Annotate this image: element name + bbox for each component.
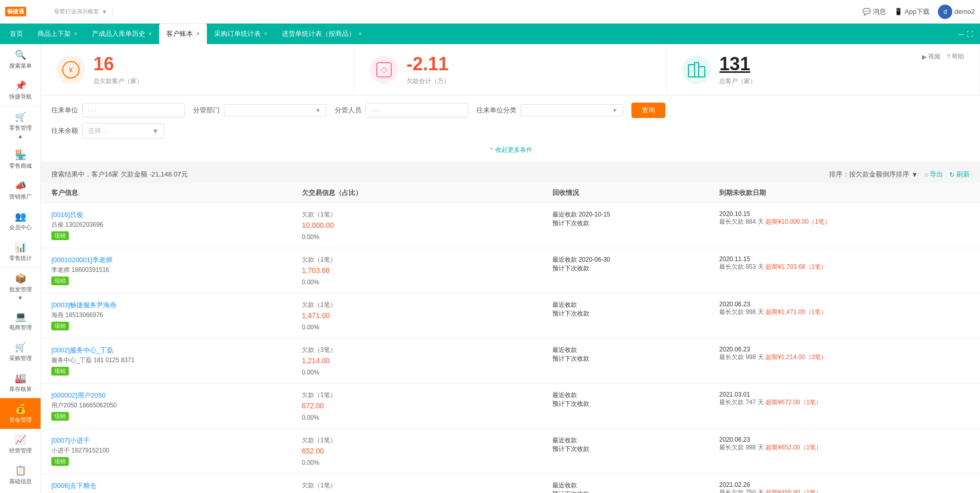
table-row: [0016]吕俊 吕俊 13026203696 现销 欠款（1笔） 10,000… bbox=[41, 203, 980, 248]
member-icon: 👥 bbox=[15, 211, 26, 222]
next-collect: 预计下次收款 bbox=[552, 264, 719, 273]
sidebar-item-system[interactable]: ⚙️ 系统管理 bbox=[0, 490, 41, 493]
debt-label: 欠款（1笔） bbox=[302, 255, 552, 264]
customer-name[interactable]: [0016]吕俊 bbox=[51, 210, 302, 220]
video-help-btn[interactable]: ▶ 视频 bbox=[922, 52, 940, 61]
user-avatar[interactable]: d demo2 bbox=[938, 5, 975, 19]
purchase-icon: 🛒 bbox=[15, 342, 26, 353]
debt-amount[interactable]: 652.00 bbox=[302, 447, 552, 455]
debt-amount[interactable]: 1,703.68 bbox=[302, 266, 552, 274]
customer-name[interactable]: [0006]去下粮仓 bbox=[51, 481, 302, 490]
sidebar-item-quick-nav[interactable]: 📌 快捷导航 bbox=[0, 75, 41, 106]
customer-name[interactable]: [0003]畅捷服务尹海燕 bbox=[51, 301, 302, 310]
retail-manage-icon: 🛒 bbox=[15, 111, 26, 123]
download-icon: 📱 bbox=[894, 8, 902, 15]
sidebar-item-basic-info[interactable]: 📋 基础信息 bbox=[0, 460, 41, 490]
minimize-icon[interactable]: ─ bbox=[959, 30, 964, 38]
table-row: [0002]服务中心_丁磊 服务中心_丁磊 181 0125 8371 现销 欠… bbox=[41, 339, 980, 384]
total-customers-label: 总客户（家） bbox=[719, 77, 756, 86]
guide-help-btn[interactable]: ? 帮助 bbox=[947, 52, 964, 61]
table-row: [0003]畅捷服务尹海燕 海燕 18513066976 现销 欠款（1笔） 1… bbox=[41, 293, 980, 339]
sort-select[interactable]: 排序：按欠款金额倒序排序 ▼ bbox=[829, 170, 918, 179]
customer-tag: 现销 bbox=[51, 457, 69, 466]
close-tab-product-offline[interactable]: × bbox=[74, 30, 78, 37]
last-collect: 最近收款 bbox=[552, 481, 719, 490]
sidebar-item-member[interactable]: 👥 会员中心 bbox=[0, 206, 41, 236]
next-collect: 预计下次收款 bbox=[552, 309, 719, 318]
refresh-icon: ↻ bbox=[949, 171, 955, 179]
overdue-days: 最长欠款 998 天 超期¥652.00（1笔） bbox=[719, 443, 970, 452]
customer-name[interactable]: [0002]服务中心_丁磊 bbox=[51, 346, 302, 355]
message-button[interactable]: 💬 消息 bbox=[862, 7, 886, 16]
sidebar-section-retail: 🛒 零售管理 ▲ 🏪 零售商城 📣 营销推广 👥 会员中心 📊 bbox=[0, 106, 41, 268]
sidebar-item-search[interactable]: 🔍 搜索菜单 bbox=[0, 44, 41, 75]
tab-home[interactable]: 首页 bbox=[3, 24, 30, 44]
debt-customers-icon: ¥ bbox=[56, 55, 85, 84]
customer-name[interactable]: [0001020001]李老师 bbox=[51, 255, 302, 265]
table-header: 客户信息 欠交易信息（占比） 回收情况 到期未收款日期 bbox=[41, 183, 980, 203]
svg-rect-5 bbox=[695, 63, 699, 77]
debt-amount[interactable]: 1,214.00 bbox=[302, 357, 552, 365]
source-unit-input[interactable]: ··· bbox=[82, 103, 185, 117]
maximize-icon[interactable]: ⛶ bbox=[967, 30, 973, 38]
collapse-button[interactable]: ⌃ 收起更多条件 bbox=[51, 144, 970, 156]
tab-customer-account[interactable]: 客户账本 × bbox=[159, 24, 207, 44]
customer-phone: 吕俊 13026203696 bbox=[51, 221, 302, 229]
search-button[interactable]: 查询 bbox=[631, 103, 665, 118]
table-row: [0001020001]李老师 李老师 18600391516 现销 欠款（1笔… bbox=[41, 248, 980, 293]
sidebar-section-batch: 📦 批发管理 ▼ 💻 电商管理 🛒 采购管理 🏭 库存核算 💰 bbox=[0, 268, 41, 493]
sidebar-item-retail-mall[interactable]: 🏪 零售商城 bbox=[0, 144, 41, 175]
app-download-button[interactable]: 📱 App下载 bbox=[894, 7, 930, 16]
tab-bar-end: ─ ⛶ bbox=[959, 30, 977, 38]
due-date: 2020.06.23 bbox=[719, 436, 970, 443]
debt-total-icon: ◇ bbox=[370, 55, 398, 84]
debt-amount[interactable]: 1,471.00 bbox=[302, 311, 552, 320]
debt-amount[interactable]: 672.00 bbox=[302, 402, 552, 410]
due-date-cell: 2020.10.15 最长欠款 884 天 超期¥10,000.00（1笔） bbox=[719, 210, 970, 226]
overdue-link[interactable]: 超期¥1,214.00（3笔） bbox=[765, 353, 827, 361]
overdue-link[interactable]: 超期¥10,000.00（1笔） bbox=[765, 218, 831, 225]
customer-tag: 现销 bbox=[51, 231, 69, 240]
close-tab-production-history[interactable]: × bbox=[148, 30, 152, 37]
overdue-link[interactable]: 超期¥455.90（1笔） bbox=[765, 489, 822, 493]
due-date: 2020.11.15 bbox=[719, 255, 970, 263]
tab-purchase-order[interactable]: 采购订单统计表 × bbox=[207, 24, 275, 44]
sidebar-item-marketing[interactable]: 📣 营销推广 bbox=[0, 175, 41, 206]
sidebar-item-purchase[interactable]: 🛒 采购管理 bbox=[0, 337, 41, 367]
close-tab-customer-account[interactable]: × bbox=[196, 30, 200, 37]
manager-input[interactable]: ··· bbox=[366, 103, 468, 117]
overdue-link[interactable]: 超期¥1,471.00（1笔） bbox=[765, 308, 827, 315]
customer-info-cell: [0016]吕俊 吕俊 13026203696 现销 bbox=[51, 210, 302, 240]
debt-customers-info: 16 总欠款客户（家） bbox=[93, 53, 143, 86]
overdue-link[interactable]: 超期¥1,703.68（1笔） bbox=[765, 263, 827, 270]
sidebar-item-retail-manage[interactable]: 🛒 零售管理 ▲ bbox=[0, 106, 41, 144]
sidebar-item-inventory[interactable]: 🏭 库存核算 bbox=[0, 367, 41, 398]
balance-select[interactable]: 选择... ▼ bbox=[82, 123, 164, 139]
tab-purchase-goods[interactable]: 进货单统计表（按商品） × bbox=[275, 24, 369, 44]
manager-label: 分管人员 bbox=[335, 106, 361, 115]
customer-tag: 现销 bbox=[51, 367, 69, 376]
overdue-link[interactable]: 超期¥672.00（1笔） bbox=[765, 399, 822, 406]
refresh-button[interactable]: ↻ 刷新 bbox=[949, 170, 970, 179]
sort-label: 排序：按欠款金额倒序排序 bbox=[829, 170, 909, 179]
dept-input[interactable]: ▼ bbox=[224, 104, 326, 116]
store-selector[interactable]: 母婴行业演示账套 ▼ bbox=[46, 8, 113, 15]
collapse-icon: ⌃ bbox=[489, 147, 494, 154]
sidebar-item-retail-stat[interactable]: 📊 零售统计 bbox=[0, 236, 41, 267]
sidebar-item-ecommerce[interactable]: 💻 电商管理 bbox=[0, 306, 41, 337]
sidebar-item-operation[interactable]: 📈 经营管理 bbox=[0, 429, 41, 460]
unit-class-input[interactable]: ▼ bbox=[521, 104, 623, 116]
debt-amount[interactable]: 10,000.00 bbox=[302, 221, 552, 229]
sidebar-item-finance[interactable]: 💰 资金管理 bbox=[0, 398, 41, 429]
close-tab-purchase-order[interactable]: × bbox=[264, 30, 267, 37]
collect-cell: 最近收款 2020-10-15 预计下次收款 bbox=[552, 210, 719, 228]
tab-product-offline[interactable]: 商品上下架 × bbox=[30, 24, 85, 44]
overdue-link[interactable]: 超期¥652.00（1笔） bbox=[765, 444, 822, 451]
customer-name[interactable]: [0007]小进干 bbox=[51, 436, 302, 445]
close-tab-purchase-goods[interactable]: × bbox=[358, 30, 362, 37]
customer-info-cell: [0006]去下粮仓 陈小希 现销 bbox=[51, 481, 302, 493]
export-button[interactable]: ○ 导出 bbox=[924, 170, 943, 179]
tab-production-history[interactable]: 产成品入库单历史 × bbox=[85, 24, 159, 44]
customer-name[interactable]: [000002]用户2050 bbox=[51, 391, 302, 400]
sidebar-item-batch-manage[interactable]: 📦 批发管理 ▼ bbox=[0, 268, 41, 306]
